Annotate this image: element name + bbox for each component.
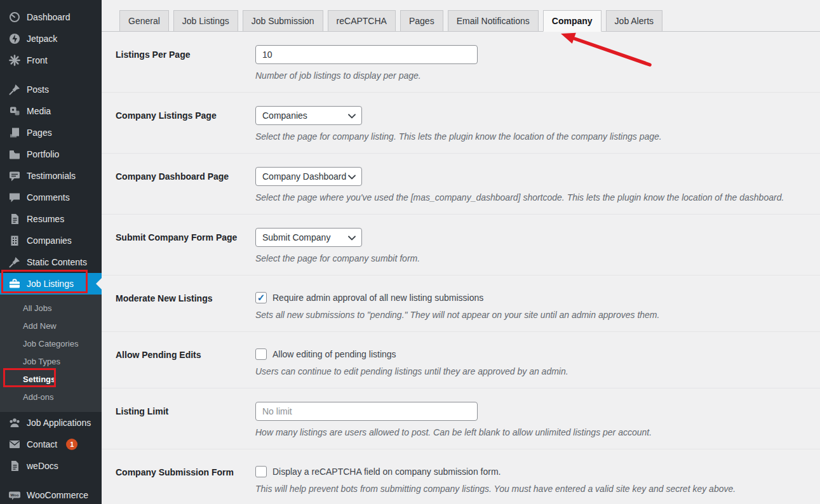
sidebar-item-label: Job Listings — [27, 279, 74, 289]
tab-email-notifications[interactable]: Email Notifications — [448, 10, 539, 32]
checkbox-option-label: Allow editing of pending listings — [272, 349, 396, 359]
listing-limit-input[interactable] — [255, 402, 478, 421]
tab-job-alerts[interactable]: Job Alerts — [606, 10, 662, 32]
listings-per-page-input[interactable] — [255, 45, 478, 64]
woocommerce-icon: Woo — [8, 489, 21, 501]
comment-icon — [8, 191, 21, 204]
settings-tab-bar: General Job Listings Job Submission reCA… — [102, 0, 820, 32]
form-row-allow-pending-edits: Allow Pending Edits Allow editing of pen… — [102, 332, 820, 388]
field-description: Select the page for company sumbit form. — [255, 253, 807, 263]
sidebar-item-portfolio[interactable]: Portfolio — [0, 143, 102, 165]
sidebar-item-label: Comments — [27, 192, 70, 202]
field-description: Users can continue to edit pending listi… — [255, 366, 807, 376]
sidebar-item-label: Pages — [27, 128, 52, 138]
submenu-item-add-new[interactable]: Add New — [0, 317, 102, 335]
submenu-item-all-jobs[interactable]: All Jobs — [0, 300, 102, 317]
chevron-down-icon — [348, 232, 356, 242]
field-description: This will help prevent bots from submitt… — [255, 484, 807, 494]
sidebar-item-job-listings[interactable]: Job Listings — [0, 273, 102, 295]
sidebar-item-woocommerce[interactable]: Woo WooCommerce — [0, 484, 102, 504]
field-description: How many listings are users allowed to p… — [255, 427, 807, 437]
sidebar-item-contact[interactable]: Contact 1 — [0, 434, 102, 455]
media-icon — [8, 105, 21, 117]
sidebar-item-label: Posts — [27, 84, 49, 95]
sidebar-item-label: weDocs — [27, 461, 58, 471]
form-row-submit-company-form-page: Submit Company Form Page Submit Company … — [102, 215, 820, 275]
submenu-item-job-types[interactable]: Job Types — [0, 353, 102, 371]
sidebar-item-media[interactable]: Media — [0, 100, 102, 122]
sidebar-item-job-applications[interactable]: Job Applications — [0, 412, 102, 434]
field-label: Submit Company Form Page — [116, 228, 255, 263]
contact-count-badge: 1 — [66, 439, 77, 450]
chevron-down-icon — [348, 110, 356, 121]
select-value: Company Dashboard — [262, 171, 346, 182]
field-description: Number of job listings to display per pa… — [255, 70, 807, 81]
field-label: Listings Per Page — [116, 45, 255, 81]
sidebar-item-label: Jetpack — [27, 34, 57, 44]
submenu-item-add-ons[interactable]: Add-ons — [0, 388, 102, 406]
field-description: Sets all new submissions to "pending." T… — [255, 310, 807, 320]
svg-text:Woo: Woo — [11, 493, 19, 497]
sidebar-item-pages[interactable]: Pages — [0, 122, 102, 143]
tab-company[interactable]: Company — [543, 10, 602, 32]
tab-general[interactable]: General — [119, 10, 169, 32]
gear-icon — [8, 54, 21, 67]
current-menu-arrow — [96, 278, 102, 289]
allow-pending-edits-checkbox[interactable] — [255, 348, 267, 360]
jetpack-icon — [8, 32, 21, 45]
sidebar-item-resumes[interactable]: Resumes — [0, 208, 102, 230]
field-label: Allow Pending Edits — [116, 345, 255, 376]
sidebar-item-label: Portfolio — [27, 149, 59, 159]
tab-recaptcha[interactable]: reCAPTCHA — [328, 10, 396, 32]
sidebar-item-label: Companies — [27, 235, 72, 246]
document-icon — [8, 213, 21, 225]
sidebar-item-label: Front — [27, 55, 48, 65]
submit-company-form-page-select[interactable]: Submit Company — [255, 228, 362, 247]
checkbox-option-label: Display a reCAPTCHA field on company sub… — [272, 467, 501, 477]
settings-content: General Job Listings Job Submission reCA… — [102, 0, 820, 504]
sidebar-item-label: Job Applications — [27, 418, 91, 428]
pushpin-icon — [8, 83, 21, 96]
sidebar-item-dashboard[interactable]: Dashboard — [0, 6, 102, 28]
form-row-moderate-new-listings: Moderate New Listings ✓ Require admin ap… — [102, 275, 820, 332]
company-submission-form-checkbox[interactable] — [255, 466, 267, 477]
chevron-down-icon — [348, 171, 356, 182]
company-listings-page-select[interactable]: Companies — [255, 106, 362, 125]
pages-icon — [8, 126, 21, 139]
briefcase-icon — [8, 277, 21, 290]
company-dashboard-page-select[interactable]: Company Dashboard — [255, 167, 362, 186]
sidebar-item-wedocs[interactable]: weDocs — [0, 455, 102, 477]
sidebar-item-static-contents[interactable]: Static Contents — [0, 251, 102, 273]
envelope-icon — [8, 438, 21, 451]
pushpin-icon — [8, 256, 21, 269]
tab-pages[interactable]: Pages — [400, 10, 443, 32]
submenu-item-job-categories[interactable]: Job Categories — [0, 335, 102, 353]
document-icon — [8, 460, 21, 472]
checkmark-icon: ✓ — [257, 293, 265, 302]
form-row-company-dashboard-page: Company Dashboard Page Company Dashboard… — [102, 154, 820, 215]
sidebar-item-label: Contact — [27, 439, 57, 449]
dashboard-icon — [8, 11, 21, 23]
job-listings-submenu: All Jobs Add New Job Categories Job Type… — [0, 295, 102, 412]
field-label: Company Dashboard Page — [116, 167, 255, 202]
sidebar-item-comments[interactable]: Comments — [0, 187, 102, 208]
testimonial-icon — [8, 169, 21, 182]
sidebar-item-label: Testimonials — [27, 171, 76, 181]
wordpress-admin-page: Dashboard Jetpack Front Posts Media — [0, 0, 820, 504]
sidebar-item-testimonials[interactable]: Testimonials — [0, 165, 102, 187]
sidebar-item-front[interactable]: Front — [0, 50, 102, 71]
sidebar-item-label: Static Contents — [27, 257, 87, 267]
tab-job-listings[interactable]: Job Listings — [173, 10, 238, 32]
admin-sidebar: Dashboard Jetpack Front Posts Media — [0, 0, 102, 504]
folder-icon — [8, 148, 21, 161]
sidebar-separator — [0, 477, 102, 484]
tab-job-submission[interactable]: Job Submission — [243, 10, 323, 32]
sidebar-item-jetpack[interactable]: Jetpack — [0, 28, 102, 50]
moderate-new-listings-checkbox[interactable]: ✓ — [255, 292, 267, 303]
submenu-item-settings[interactable]: Settings — [0, 371, 102, 388]
form-row-company-listings-page: Company Listings Page Companies Select t… — [102, 93, 820, 154]
sidebar-item-posts[interactable]: Posts — [0, 79, 102, 100]
form-row-company-submission-form: Company Submission Form Display a reCAPT… — [102, 449, 820, 504]
sidebar-item-companies[interactable]: Companies — [0, 230, 102, 251]
select-value: Companies — [262, 110, 307, 121]
